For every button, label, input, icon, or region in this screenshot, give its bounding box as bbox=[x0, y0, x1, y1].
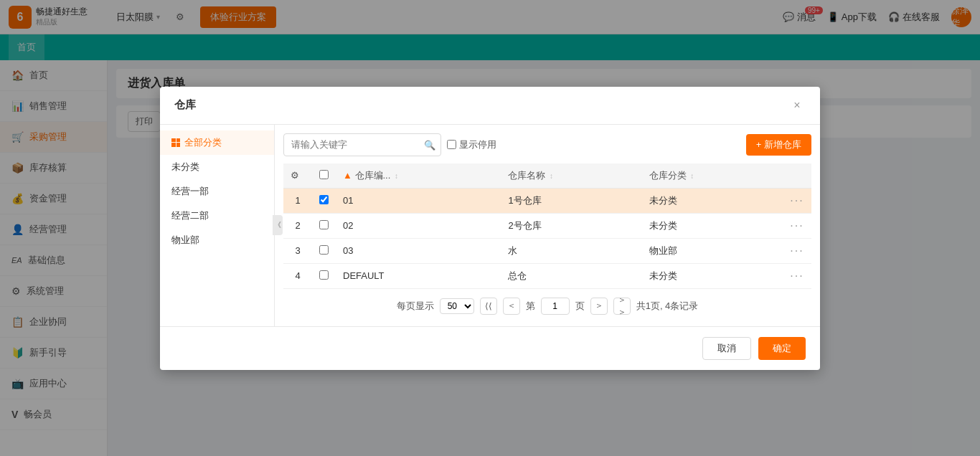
row-category: 未分类 bbox=[642, 188, 783, 213]
cat-label: 物业部 bbox=[171, 234, 199, 247]
search-wrap: 🔍 bbox=[283, 133, 441, 156]
row-code: DEFAULT bbox=[336, 263, 501, 288]
row-checkbox[interactable] bbox=[312, 213, 336, 238]
table-row[interactable]: 2 02 2号仓库 未分类 ··· bbox=[283, 213, 811, 238]
row-checkbox[interactable] bbox=[312, 238, 336, 263]
cat-label: 全部分类 bbox=[184, 136, 222, 149]
total-label: 共1页, 4条记录 bbox=[636, 300, 699, 313]
pagination: 每页显示 50 ⟨⟨ ＜ 第 页 ＞ ＞＞ 共1页, 4条记录 bbox=[283, 289, 811, 318]
table-area: 🔍 显示停用 + 新增仓库 ⚙ bbox=[275, 125, 820, 326]
last-page-button[interactable]: ＞＞ bbox=[613, 298, 631, 315]
cat-label: 经营一部 bbox=[171, 185, 209, 198]
search-input[interactable] bbox=[283, 133, 441, 156]
col-sort-icon: ↕ bbox=[550, 172, 553, 180]
row-more[interactable]: ··· bbox=[783, 188, 811, 213]
row-more[interactable]: ··· bbox=[783, 213, 811, 238]
close-icon[interactable]: × bbox=[788, 97, 806, 114]
gear-icon: ⚙ bbox=[291, 170, 299, 181]
show-disabled-wrap: 显示停用 bbox=[447, 138, 496, 151]
row-name: 水 bbox=[501, 238, 641, 263]
col-category-header: 仓库分类 ↕ bbox=[642, 163, 783, 189]
row-category: 未分类 bbox=[642, 263, 783, 288]
page-label: 第 bbox=[526, 300, 535, 313]
cat-item-property[interactable]: 物业部 bbox=[160, 228, 274, 252]
col-sort-icon: ↕ bbox=[690, 172, 694, 180]
col-code-header: ▲ 仓库编... ↕ bbox=[336, 163, 501, 189]
select-all-checkbox[interactable] bbox=[319, 170, 329, 179]
row-code: 02 bbox=[336, 213, 501, 238]
show-disabled-label: 显示停用 bbox=[459, 138, 496, 151]
row-more[interactable]: ··· bbox=[783, 263, 811, 288]
per-page-label: 每页显示 bbox=[397, 300, 434, 313]
sort-icon: ▲ bbox=[343, 170, 352, 181]
cat-item-none[interactable]: 未分类 bbox=[160, 155, 274, 179]
row-checkbox[interactable] bbox=[312, 263, 336, 288]
modal-footer: 取消 确定 bbox=[160, 326, 820, 370]
row-select[interactable] bbox=[319, 220, 329, 229]
row-category: 物业部 bbox=[642, 238, 783, 263]
more-icon[interactable]: ··· bbox=[790, 270, 804, 282]
col-actions-header bbox=[783, 163, 811, 189]
modal-header: 仓库 × bbox=[160, 87, 820, 125]
table-row[interactable]: 1 01 1号仓库 未分类 ··· bbox=[283, 188, 811, 213]
row-name: 总仓 bbox=[501, 263, 641, 288]
add-warehouse-button[interactable]: + 新增仓库 bbox=[746, 134, 811, 156]
table-row[interactable]: 4 DEFAULT 总仓 未分类 ··· bbox=[283, 263, 811, 288]
cat-item-all[interactable]: 全部分类 bbox=[160, 130, 274, 155]
row-select[interactable] bbox=[319, 270, 329, 280]
table-toolbar: 🔍 显示停用 + 新增仓库 bbox=[283, 133, 811, 156]
first-page-button[interactable]: ⟨⟨ bbox=[480, 298, 497, 315]
row-index: 1 bbox=[283, 188, 312, 213]
row-select[interactable] bbox=[319, 195, 329, 204]
next-page-button[interactable]: ＞ bbox=[590, 298, 608, 315]
row-category: 未分类 bbox=[642, 213, 783, 238]
table-row[interactable]: 3 03 水 物业部 ··· bbox=[283, 238, 811, 263]
confirm-button[interactable]: 确定 bbox=[758, 337, 806, 360]
row-index: 4 bbox=[283, 263, 312, 288]
more-icon[interactable]: ··· bbox=[790, 194, 804, 206]
row-index: 2 bbox=[283, 213, 312, 238]
modal-body: 全部分类 未分类 经营一部 经营二部 物业部 《 bbox=[160, 125, 820, 326]
cat-label: 未分类 bbox=[171, 161, 199, 174]
row-more[interactable]: ··· bbox=[783, 238, 811, 263]
row-code: 01 bbox=[336, 188, 501, 213]
modal-overlay: 仓库 × 全部分类 未分类 经营一部 经营二部 bbox=[0, 0, 980, 456]
per-page-select[interactable]: 50 bbox=[440, 298, 474, 314]
cat-item-ops2[interactable]: 经营二部 bbox=[160, 204, 274, 228]
modal-title: 仓库 bbox=[174, 98, 196, 112]
collapse-icon: 《 bbox=[274, 220, 281, 230]
grid-icon bbox=[171, 138, 180, 147]
col-check bbox=[312, 163, 336, 189]
cat-label: 经营二部 bbox=[171, 209, 209, 222]
category-sidebar: 全部分类 未分类 经营一部 经营二部 物业部 《 bbox=[160, 125, 275, 326]
sidebar-collapse-button[interactable]: 《 bbox=[273, 215, 283, 235]
search-icon[interactable]: 🔍 bbox=[424, 139, 435, 150]
row-name: 1号仓库 bbox=[501, 188, 641, 213]
show-disabled-checkbox[interactable] bbox=[447, 140, 456, 149]
col-name-header: 仓库名称 ↕ bbox=[501, 163, 641, 189]
row-code: 03 bbox=[336, 238, 501, 263]
warehouse-modal: 仓库 × 全部分类 未分类 经营一部 经营二部 bbox=[160, 87, 820, 370]
page-number-input[interactable] bbox=[541, 298, 570, 315]
more-icon[interactable]: ··· bbox=[790, 219, 804, 232]
row-select[interactable] bbox=[319, 245, 329, 255]
cancel-button[interactable]: 取消 bbox=[702, 337, 751, 360]
prev-page-button[interactable]: ＜ bbox=[503, 298, 520, 315]
page-unit-label: 页 bbox=[575, 300, 585, 313]
row-checkbox[interactable] bbox=[312, 188, 336, 213]
warehouse-table: ⚙ ▲ 仓库编... ↕ 仓库名称 bbox=[283, 163, 811, 289]
col-gear: ⚙ bbox=[283, 163, 312, 189]
row-index: 3 bbox=[283, 238, 312, 263]
cat-item-ops1[interactable]: 经营一部 bbox=[160, 179, 274, 204]
col-sort-icon: ↕ bbox=[395, 172, 398, 180]
more-icon[interactable]: ··· bbox=[790, 244, 804, 257]
row-name: 2号仓库 bbox=[501, 213, 641, 238]
